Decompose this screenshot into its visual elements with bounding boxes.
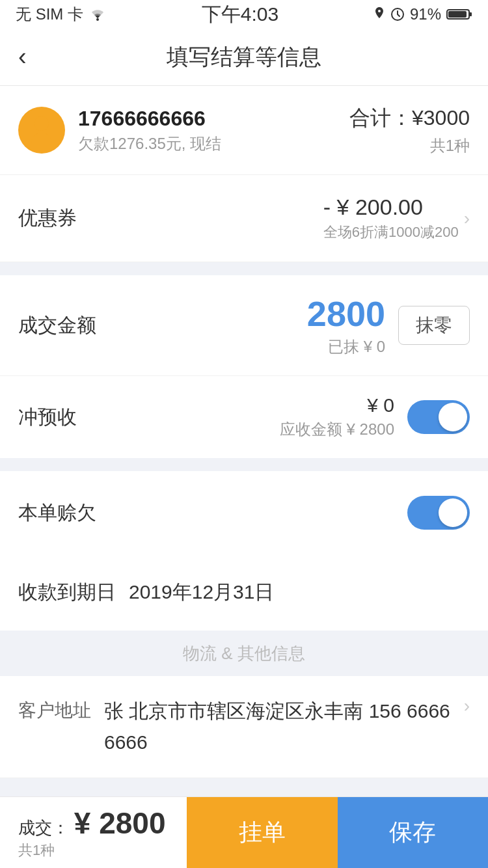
footer-transaction-line: 成交： ¥ 2800	[18, 806, 169, 841]
signal-text: 无 SIM 卡	[16, 4, 83, 25]
debt-row: 本单赊欠	[0, 471, 488, 554]
user-subtext: 欠款1276.35元, 现结	[78, 133, 221, 154]
svg-rect-3	[448, 11, 467, 18]
debt-toggle[interactable]	[407, 496, 470, 530]
battery-icon	[446, 7, 472, 21]
prepay-value-block: ¥ 0 应收金额 ¥ 2800	[280, 394, 394, 440]
due-date-label: 收款到期日	[18, 579, 116, 606]
prepay-row: 冲预收 ¥ 0 应收金额 ¥ 2800	[0, 376, 488, 458]
round-off-button[interactable]: 抹零	[398, 306, 470, 345]
prepay-amount: ¥ 0	[280, 394, 394, 416]
address-chevron-icon: ›	[464, 696, 470, 716]
footer-amount: ¥ 2800	[74, 806, 166, 840]
avatar-person	[31, 116, 52, 144]
save-button[interactable]: 保存	[338, 797, 488, 869]
prepay-sub: 应收金额 ¥ 2800	[280, 419, 394, 440]
user-right: 合计：¥3000 共1种	[349, 104, 470, 156]
avatar-head	[34, 116, 49, 131]
status-bar: 无 SIM 卡 下午4:03 91%	[0, 0, 488, 29]
nav-bar: ‹ 填写结算等信息	[0, 29, 488, 86]
clock-icon	[390, 7, 405, 21]
footer: 成交： ¥ 2800 共1种 挂单 保存	[0, 796, 488, 868]
amount-row: 成交金额 2800 已抹 ¥ 0 抹零	[0, 275, 488, 376]
prepay-toggle[interactable]	[407, 400, 470, 434]
coupon-discount: - ¥ 200.00	[323, 195, 459, 220]
logistics-text: 物流 & 其他信息	[183, 642, 305, 665]
footer-left: 成交： ¥ 2800 共1种	[0, 806, 187, 860]
coupon-row[interactable]: 优惠券 - ¥ 200.00 全场6折满1000减200 ›	[0, 175, 488, 262]
total-count: 共1种	[349, 135, 470, 156]
coupon-right: - ¥ 200.00 全场6折满1000减200 ›	[323, 195, 470, 242]
status-right: 91%	[373, 5, 472, 23]
logistics-label: 物流 & 其他信息	[172, 642, 316, 665]
address-label: 客户地址	[18, 698, 91, 723]
coupon-label: 优惠券	[18, 205, 77, 232]
user-phone: 17666666666	[78, 107, 221, 131]
amount-block: 2800 已抹 ¥ 0	[307, 293, 385, 357]
svg-point-0	[96, 18, 99, 21]
logistics-divider: 物流 & 其他信息	[0, 631, 488, 676]
debt-label: 本单赊欠	[18, 500, 96, 526]
user-left: 17666666666 欠款1276.35元, 现结	[18, 107, 221, 154]
total-amount: 合计：¥3000	[349, 104, 470, 133]
avatar	[18, 107, 65, 154]
back-button[interactable]: ‹	[18, 43, 27, 71]
user-details: 17666666666 欠款1276.35元, 现结	[78, 107, 221, 154]
section-divider-2	[0, 458, 488, 471]
amount-value: 2800	[307, 293, 385, 334]
user-info-row: 17666666666 欠款1276.35元, 现结 合计：¥3000 共1种	[0, 86, 488, 175]
amount-label: 成交金额	[18, 312, 96, 339]
status-time: 下午4:03	[202, 1, 278, 28]
location-icon	[373, 7, 385, 21]
prepay-right: ¥ 0 应收金额 ¥ 2800	[280, 394, 470, 440]
section-divider-1	[0, 262, 488, 275]
date-row: 收款到期日 2019年12月31日	[0, 554, 488, 631]
coupon-info: - ¥ 200.00 全场6折满1000减200	[323, 195, 459, 242]
coupon-detail: 全场6折满1000减200	[323, 223, 459, 242]
address-value: 张 北京市市辖区海淀区永丰南 156 6666 6666	[104, 696, 451, 758]
prepay-label: 冲预收	[18, 404, 77, 431]
amount-right: 2800 已抹 ¥ 0 抹零	[307, 293, 470, 357]
page-title: 填写结算等信息	[167, 42, 321, 72]
status-left: 无 SIM 卡	[16, 4, 107, 25]
wifi-icon	[88, 8, 107, 21]
avatar-body	[31, 133, 52, 144]
footer-count: 共1种	[18, 841, 169, 860]
hold-order-button[interactable]: 挂单	[187, 797, 337, 869]
footer-label: 成交：	[18, 818, 69, 837]
svg-rect-4	[469, 12, 472, 16]
amount-sub: 已抹 ¥ 0	[307, 336, 385, 357]
due-date-value: 2019年12月31日	[129, 579, 274, 606]
chevron-right-icon: ›	[464, 208, 470, 229]
battery-text: 91%	[410, 5, 441, 23]
toggle-circle	[439, 403, 467, 431]
address-row[interactable]: 客户地址 张 北京市市辖区海淀区永丰南 156 6666 6666 ›	[0, 676, 488, 778]
debt-toggle-circle	[439, 498, 467, 527]
